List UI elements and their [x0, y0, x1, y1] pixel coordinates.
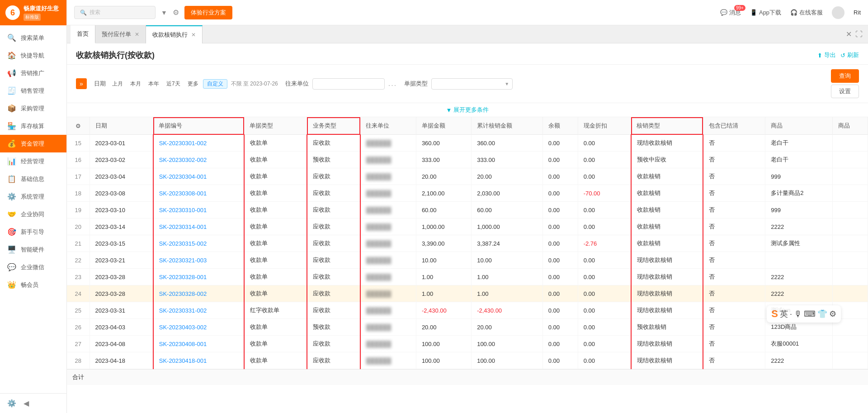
hardware-icon: 🖥️ [7, 245, 16, 254]
tab-home[interactable]: 首页 [71, 25, 95, 43]
solution-button[interactable]: 体验行业方案 [184, 6, 232, 19]
cell-include-settled: 否 [703, 202, 765, 218]
topbar: 🔍 搜索 ▼ ⚙ 体验行业方案 💬 消息 99+ 📱 App下载 🎧 在线客服 … [67, 0, 868, 25]
username-label: Rit [854, 9, 861, 16]
collection-exec-tab-close[interactable]: ✕ [191, 32, 196, 38]
col-goods2: 商品 [832, 117, 868, 135]
app-download-btn[interactable]: 📱 App下载 [750, 9, 781, 17]
page-title: 收款核销执行(按收款) [76, 50, 155, 61]
filter-last-month[interactable]: 上月 [109, 79, 126, 89]
cell-bill-no[interactable]: SK-20230310-001 [153, 202, 244, 218]
sidebar-item-system[interactable]: ⚙️ 系统管理 [0, 188, 66, 205]
partner-input[interactable] [312, 78, 385, 90]
cell-verify-type: 预收中应收 [631, 152, 703, 168]
cell-include-settled: 否 [703, 336, 765, 352]
cell-bill-no[interactable]: SK-20230321-003 [153, 252, 244, 269]
filter-this-year[interactable]: 本年 [146, 79, 162, 89]
sidebar-item-enterprise[interactable]: 🤝 企业协同 [0, 205, 66, 223]
cell-verified-amount: 333.00 [472, 152, 543, 168]
cell-partner: ██████ [360, 252, 416, 269]
filter-toggle-button[interactable]: » [76, 78, 87, 89]
sidebar-item-finance[interactable]: 💰 资金管理 [0, 135, 66, 152]
filter-dots[interactable]: ... [388, 80, 397, 88]
topbar-dropdown-icon[interactable]: ▼ [161, 9, 167, 16]
cell-balance: 0.00 [542, 168, 578, 185]
sidebar-item-marketing[interactable]: 📢 营销推广 [0, 64, 66, 82]
cell-biz-type: 应收款 [307, 235, 360, 252]
query-button[interactable]: 查询 [831, 69, 859, 83]
sidebar-item-purchase[interactable]: 📦 采购管理 [0, 100, 66, 117]
cell-bill-amount: 1.00 [416, 269, 471, 285]
filter-bill-type-group: 单据类型 ▼ [404, 78, 513, 90]
online-service-btn[interactable]: 🎧 在线客服 [790, 9, 823, 17]
cell-verified-amount: 360.00 [472, 135, 543, 152]
cell-balance: 0.00 [542, 185, 578, 202]
cell-seq: 20 [67, 218, 90, 235]
cell-verify-type: 收款核销 [631, 185, 703, 202]
filter-7days[interactable]: 近7天 [164, 79, 183, 89]
cell-partner: ██████ [360, 302, 416, 319]
sidebar-item-sales[interactable]: 🧾 销售管理 [0, 82, 66, 100]
sidebar-item-quick-nav[interactable]: 🏠 快捷导航 [0, 47, 66, 64]
cell-date: 2023-03-28 [90, 285, 153, 302]
bill-type-label: 单据类型 [404, 80, 428, 88]
refresh-button[interactable]: ↺ 刷新 [840, 51, 859, 59]
sidebar-item-inventory[interactable]: 🏪 库存核算 [0, 117, 66, 135]
cell-bill-no[interactable]: SK-20230331-002 [153, 302, 244, 319]
cell-bill-no[interactable]: SK-20230304-001 [153, 168, 244, 185]
cell-bill-no[interactable]: SK-20230301-002 [153, 135, 244, 152]
cell-goods2 [832, 302, 868, 319]
settings-bottom-icon[interactable]: ⚙️ [7, 399, 16, 408]
cell-bill-amount: 3,390.00 [416, 235, 471, 252]
topbar-right: 💬 消息 99+ 📱 App下载 🎧 在线客服 Rit [720, 6, 861, 19]
cell-bill-no[interactable]: SK-20230315-002 [153, 235, 244, 252]
filter-more[interactable]: 更多 [185, 79, 201, 89]
expand-filter-button[interactable]: ▼ 展开更多条件 [446, 106, 489, 114]
sidebar-item-search-menu[interactable]: 🔍 搜索菜单 [0, 29, 66, 47]
avatar[interactable] [832, 6, 844, 19]
tab-prepayment[interactable]: 预付应付单 ✕ [95, 25, 146, 43]
sidebar-item-guide[interactable]: 🎯 新手引导 [0, 223, 66, 241]
cell-goods2 [832, 152, 868, 168]
filter-custom-button[interactable]: 自定义 [203, 79, 227, 89]
maximize-icon[interactable]: ⛶ [855, 30, 863, 38]
sidebar-item-hardware[interactable]: 🖥️ 智能硬件 [0, 241, 66, 258]
message-icon: 💬 [720, 9, 727, 16]
headset-icon: 🎧 [790, 9, 797, 16]
collection-exec-tab-label: 收款核销执行 [152, 31, 188, 39]
topbar-search[interactable]: 🔍 搜索 [74, 6, 156, 19]
table-footer: 合计 [67, 369, 868, 385]
table-row: 172023-03-04SK-20230304-001收款单应收款██████2… [67, 168, 868, 185]
cell-bill-no[interactable]: SK-20230408-001 [153, 336, 244, 352]
cell-bill-amount: 60.00 [416, 202, 471, 218]
export-button[interactable]: ⬆ 导出 [817, 51, 836, 59]
expand-icon: ▼ [446, 107, 452, 114]
collapse-icon[interactable]: ◀ [24, 399, 29, 408]
cell-balance: 0.00 [542, 336, 578, 352]
prepayment-tab-close[interactable]: ✕ [135, 31, 139, 38]
cell-balance: 0.00 [542, 152, 578, 168]
topbar-gear-icon[interactable]: ⚙ [173, 8, 179, 17]
table-header-row: ⚙ 日期 单据编号 单据类型 业务类型 往来单位 单据金额 累计核销金额 余额 … [67, 117, 868, 135]
cell-bill-no[interactable]: SK-20230328-002 [153, 285, 244, 302]
sidebar-item-base[interactable]: 📋 基础信息 [0, 170, 66, 188]
bill-type-select[interactable] [431, 78, 513, 90]
settings-button[interactable]: 设置 [831, 85, 859, 98]
cell-bill-no[interactable]: SK-20230403-002 [153, 319, 244, 336]
cell-cash-discount: 0.00 [578, 269, 631, 285]
cell-bill-amount: 1,000.00 [416, 218, 471, 235]
table-container[interactable]: ⚙ 日期 单据编号 单据类型 业务类型 往来单位 单据金额 累计核销金额 余额 … [67, 117, 868, 413]
sidebar-item-operation[interactable]: 📊 经营管理 [0, 152, 66, 170]
cell-bill-no[interactable]: SK-20230308-001 [153, 185, 244, 202]
sidebar-item-member[interactable]: 👑 畅会员 [0, 276, 66, 294]
tab-collection-exec[interactable]: 收款核销执行 ✕ [146, 25, 203, 43]
messages-btn[interactable]: 💬 消息 99+ [720, 9, 741, 17]
cell-bill-no[interactable]: SK-20230314-001 [153, 218, 244, 235]
close-window-icon[interactable]: ✕ [846, 30, 852, 38]
sidebar-item-wechat[interactable]: 💬 企业微信 [0, 258, 66, 276]
cell-bill-no[interactable]: SK-20230328-001 [153, 269, 244, 285]
filter-this-month[interactable]: 本月 [127, 79, 144, 89]
cell-bill-no[interactable]: SK-20230418-001 [153, 352, 244, 369]
cell-bill-no[interactable]: SK-20230302-002 [153, 152, 244, 168]
cell-bill-type: 收款单 [244, 352, 307, 369]
